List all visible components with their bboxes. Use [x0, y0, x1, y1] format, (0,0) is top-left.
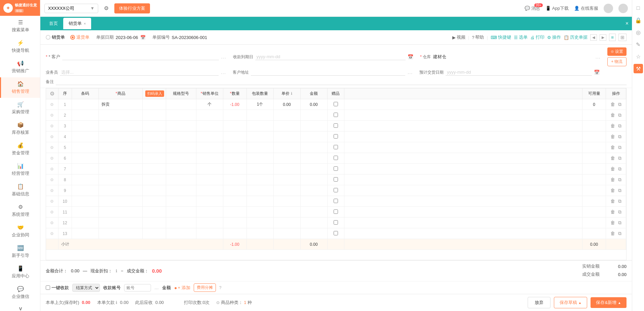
row-amount-12[interactable]	[300, 228, 327, 239]
row-gift-2[interactable]	[327, 121, 344, 131]
select-action[interactable]: ☰ 选单	[514, 34, 528, 40]
row-amount-6[interactable]	[300, 164, 327, 174]
row-copy-11[interactable]: ⧉	[617, 220, 622, 226]
delivery-date-calendar-icon[interactable]: 📅	[594, 70, 600, 75]
row-qty-1[interactable]	[223, 110, 247, 121]
row-delete-0[interactable]: 🗑	[609, 102, 616, 107]
row-qty-3[interactable]	[223, 131, 247, 142]
row-pkgqty-12[interactable]	[247, 228, 273, 239]
sidebar-item-purchase[interactable]: 🛒 采购管理	[0, 98, 40, 118]
right-panel-btn-2[interactable]: 🔒	[634, 15, 643, 25]
warehouse-dots[interactable]: …	[595, 54, 601, 60]
row-goods-0[interactable]: 拆贡	[99, 99, 142, 110]
sidebar-item-marketing[interactable]: 📢 营销推广	[0, 57, 40, 77]
row-qty-5[interactable]	[223, 153, 247, 164]
row-copy-2[interactable]: ⧉	[617, 123, 622, 129]
sidebar-item-member[interactable]: V 畅会员	[0, 303, 40, 311]
row-goods-12[interactable]	[99, 228, 142, 239]
row-price-1[interactable]	[273, 110, 300, 121]
row-copy-1[interactable]: ⧉	[617, 112, 622, 118]
row-price-11[interactable]	[273, 218, 300, 228]
payment-due-input[interactable]	[255, 53, 406, 60]
app-download-button[interactable]: 📱 App下载	[545, 5, 569, 11]
row-amount-2[interactable]	[300, 121, 327, 131]
row-spec-7[interactable]	[166, 174, 196, 185]
row-delete-9[interactable]: 🗑	[609, 198, 616, 204]
row-goods-6[interactable]	[99, 164, 142, 174]
video-action[interactable]: ▶ 视频	[452, 34, 465, 40]
row-barcode-6[interactable]	[72, 164, 99, 174]
right-panel-btn-5[interactable]: ☆	[634, 52, 643, 61]
row-delete-2[interactable]: 🗑	[609, 123, 616, 128]
row-qty-12[interactable]	[223, 228, 247, 239]
row-gift-0[interactable]	[327, 99, 344, 110]
row-qty-6[interactable]	[223, 164, 247, 174]
row-unit-4[interactable]	[196, 142, 223, 153]
row-unit-5[interactable]	[196, 153, 223, 164]
row-gift-12[interactable]	[327, 228, 344, 239]
row-pkgqty-5[interactable]	[247, 153, 273, 164]
row-spec-6[interactable]	[166, 164, 196, 174]
row-barcode-11[interactable]	[72, 218, 99, 228]
row-gift-4[interactable]	[327, 142, 344, 153]
row-amount-1[interactable]	[300, 110, 327, 121]
row-gear-9[interactable]: ⚙	[46, 196, 58, 207]
sidebar-item-search[interactable]: ☰ 搜索菜单	[0, 16, 40, 36]
row-qty-4[interactable]	[223, 142, 247, 153]
row-price-6[interactable]	[273, 164, 300, 174]
row-pkgqty-8[interactable]	[247, 185, 273, 196]
row-barcode-0[interactable]	[72, 99, 99, 110]
row-amount-4[interactable]	[300, 142, 327, 153]
row-copy-5[interactable]: ⧉	[617, 155, 622, 161]
row-barcode-3[interactable]	[72, 131, 99, 142]
row-goods-11[interactable]	[99, 218, 142, 228]
view-list-icon[interactable]: ≡	[609, 34, 616, 41]
scan-button[interactable]: 扫码录入	[145, 90, 164, 97]
row-price-10[interactable]	[273, 207, 300, 218]
row-price-8[interactable]	[273, 185, 300, 196]
row-delete-10[interactable]: 🗑	[609, 209, 616, 215]
avatar[interactable]	[604, 4, 613, 13]
row-qty-10[interactable]	[223, 207, 247, 218]
row-unit-3[interactable]	[196, 131, 223, 142]
row-goods-1[interactable]	[99, 110, 142, 121]
row-copy-10[interactable]: ⧉	[617, 209, 622, 215]
tab-close-icon[interactable]: ×	[84, 22, 86, 26]
row-gift-9[interactable]	[327, 196, 344, 207]
row-gift-11[interactable]	[327, 218, 344, 228]
row-spec-5[interactable]	[166, 153, 196, 164]
row-gear-1[interactable]: ⚙	[46, 110, 58, 121]
row-delete-1[interactable]: 🗑	[609, 112, 616, 118]
goods-type-icon[interactable]: ⊙	[216, 300, 220, 305]
row-gear-11[interactable]: ⚙	[46, 218, 58, 228]
row-unit-1[interactable]	[196, 110, 223, 121]
row-qty-9[interactable]	[223, 196, 247, 207]
row-copy-9[interactable]: ⧉	[617, 198, 622, 204]
row-copy-4[interactable]: ⧉	[617, 145, 622, 150]
col-gear-header[interactable]: ⚙	[46, 88, 58, 99]
row-gift-1[interactable]	[327, 110, 344, 121]
row-copy-8[interactable]: ⧉	[617, 188, 622, 193]
row-gear-6[interactable]: ⚙	[46, 164, 58, 174]
row-goods-4[interactable]	[99, 142, 142, 153]
row-goods-7[interactable]	[99, 174, 142, 185]
row-gear-2[interactable]: ⚙	[46, 121, 58, 131]
customer-dots[interactable]: …	[221, 54, 226, 60]
company-selector[interactable]: XXXXXX公司 ▼	[44, 4, 98, 13]
abandon-button[interactable]: 放弃	[528, 297, 551, 308]
row-pkgqty-9[interactable]	[247, 196, 273, 207]
row-pkgqty-6[interactable]	[247, 164, 273, 174]
help-action[interactable]: ? 帮助	[472, 34, 484, 40]
sidebar-item-system[interactable]: ⚙ 系统管理	[0, 200, 40, 221]
history-action[interactable]: 📋 历史单据	[564, 34, 588, 40]
sidebar-item-sales[interactable]: 🏠 销售管理	[0, 77, 40, 98]
save-draft-button[interactable]: 保存草稿 ▲	[554, 297, 588, 308]
row-amount-10[interactable]	[300, 207, 327, 218]
sidebar-item-enterprise[interactable]: 🤝 企业协同	[0, 221, 40, 241]
payment-due-calendar-icon[interactable]: 📅	[408, 54, 413, 60]
row-goods-8[interactable]	[99, 185, 142, 196]
row-amount-5[interactable]	[300, 153, 327, 164]
trial-button[interactable]: 体验行业方案	[114, 3, 150, 13]
nav-next-icon[interactable]: ▶	[600, 34, 606, 41]
row-unit-11[interactable]	[196, 218, 223, 228]
